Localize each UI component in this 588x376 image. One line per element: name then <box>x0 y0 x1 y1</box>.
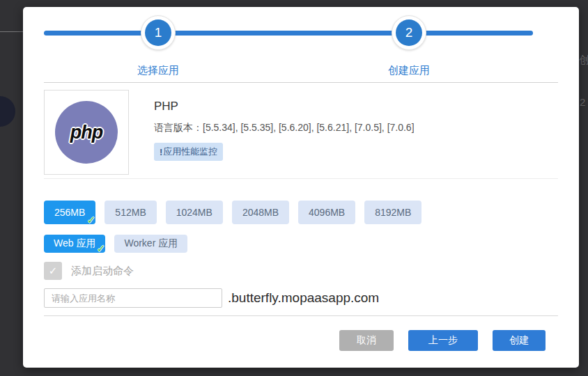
versions-label: 语言版本： <box>154 122 203 133</box>
background-glyph: 创 <box>579 54 588 67</box>
tag-label: 应用性能监控 <box>163 146 217 158</box>
versions-list: [5.5.34], [5.5.35], [5.6.20], [5.6.21], … <box>203 122 415 133</box>
startup-command-label: 添加启动命令 <box>71 265 134 278</box>
background-artifact-logo <box>0 96 15 127</box>
cancel-button[interactable]: 取消 <box>339 330 394 351</box>
selected-app-section: php PHP 语言版本：[5.5.34], [5.5.35], [5.6.20… <box>23 83 579 178</box>
background-glyph: 2 <box>580 96 585 108</box>
step-2-circle[interactable]: 2 <box>392 15 426 50</box>
memory-size-options: 256MB ✓ 512MB 1024MB 2048MB 4096MB 8192M… <box>44 201 558 224</box>
create-button[interactable]: 创建 <box>493 330 546 351</box>
monitor-icon: ! <box>160 147 162 157</box>
step-2-label: 创建应用 <box>367 64 451 77</box>
memory-option-label: 512MB <box>115 207 146 218</box>
app-type-label: Worker 应用 <box>124 237 178 249</box>
performance-monitor-tag: ! 应用性能监控 <box>154 143 223 161</box>
previous-step-button[interactable]: 上一步 <box>408 330 478 351</box>
memory-option-label: 2048MB <box>242 207 279 218</box>
domain-suffix: .butterfly.mopaasapp.com <box>228 290 379 306</box>
divider <box>44 178 558 179</box>
memory-option-label: 8192MB <box>375 207 411 218</box>
app-name: PHP <box>154 100 415 113</box>
memory-option-256mb[interactable]: 256MB ✓ <box>44 201 95 224</box>
stepper-progress-bar <box>44 31 533 36</box>
app-versions: 语言版本：[5.5.34], [5.5.35], [5.6.20], [5.6.… <box>154 122 415 134</box>
memory-option-2048mb[interactable]: 2048MB <box>232 201 289 224</box>
app-options-section: 256MB ✓ 512MB 1024MB 2048MB 4096MB 8192M… <box>23 201 579 308</box>
create-app-dialog: 1 2 选择应用 创建应用 php PHP 语言版本：[5.5.34], [5.… <box>23 7 579 368</box>
step-1-label: 选择应用 <box>116 64 200 77</box>
app-name-row: .butterfly.mopaasapp.com <box>44 288 558 308</box>
memory-option-512mb[interactable]: 512MB <box>105 201 156 224</box>
app-type-web[interactable]: Web 应用 ✓ <box>44 235 105 253</box>
php-logo-text: php <box>70 122 102 143</box>
step-1-number: 1 <box>145 19 171 46</box>
app-info: PHP 语言版本：[5.5.34], [5.5.35], [5.6.20], [… <box>154 90 415 175</box>
startup-command-checkbox[interactable]: ✓ <box>44 262 62 280</box>
php-logo-icon: php <box>55 101 118 164</box>
startup-command-row: ✓ 添加启动命令 <box>44 262 558 280</box>
step-2-number: 2 <box>396 19 422 46</box>
app-type-label: Web 应用 <box>54 237 95 249</box>
wizard-stepper: 1 2 选择应用 创建应用 <box>23 7 579 82</box>
memory-option-8192mb[interactable]: 8192MB <box>364 201 421 224</box>
dialog-footer: 取消 上一步 创建 <box>23 316 579 351</box>
check-icon: ✓ <box>49 265 58 277</box>
step-1-circle[interactable]: 1 <box>141 15 176 50</box>
app-name-input[interactable] <box>44 288 222 308</box>
check-icon: ✓ <box>87 214 96 226</box>
app-logo-card: php <box>44 90 129 175</box>
app-type-worker[interactable]: Worker 应用 <box>114 235 187 253</box>
memory-option-label: 1024MB <box>176 207 212 218</box>
app-type-options: Web 应用 ✓ Worker 应用 <box>44 235 558 253</box>
memory-option-label: 256MB <box>54 207 85 218</box>
check-icon: ✓ <box>97 242 106 255</box>
memory-option-4096mb[interactable]: 4096MB <box>298 201 355 224</box>
memory-option-1024mb[interactable]: 1024MB <box>166 201 223 224</box>
memory-option-label: 4096MB <box>309 207 345 218</box>
